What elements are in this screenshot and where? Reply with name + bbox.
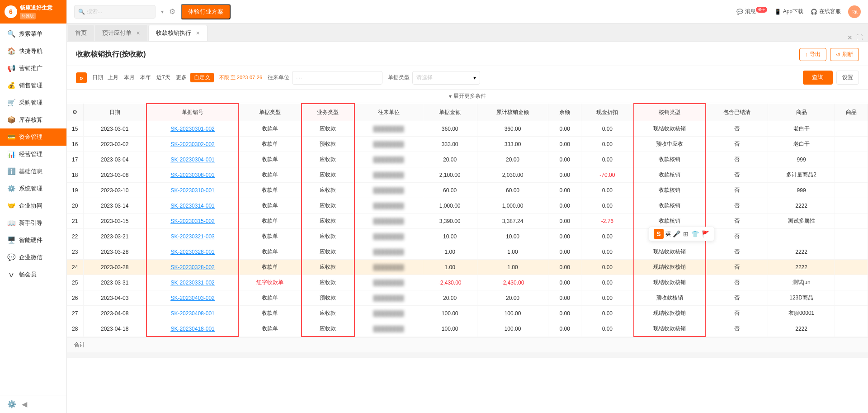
collapse-icon[interactable]: ◀ (22, 400, 27, 408)
sidebar-item-vip[interactable]: V 畅会员 (0, 266, 66, 283)
cell-r12-c9: 0.00 (581, 306, 634, 321)
sidebar-item-corp[interactable]: 🤝 企业协同 (0, 197, 66, 214)
filter-date-label: 日期 (92, 74, 103, 81)
cell-r5-c8: 0.00 (548, 198, 581, 214)
tab-collection[interactable]: 收款核销执行✕ (148, 25, 208, 41)
horizontal-scrollbar[interactable] (67, 352, 868, 358)
filter-7days[interactable]: 近7天 (155, 73, 172, 82)
bill-link-4[interactable]: SK-20230310-001 (170, 187, 214, 194)
cell-r7-c2[interactable]: SK-20230321-003 (146, 229, 239, 244)
data-table-container: ⚙日期单据编号单据类型业务类型往来单位单据金额累计核销金额余额现金折扣核销类型包… (67, 103, 868, 413)
topbar-gear-icon[interactable]: ⚙ (169, 7, 175, 16)
cell-r11-c2[interactable]: SK-20230403-002 (146, 290, 239, 306)
cell-r1-c2[interactable]: SK-20230302-002 (146, 137, 239, 152)
bill-link-7[interactable]: SK-20230321-003 (170, 233, 214, 240)
refresh-button[interactable]: ↺ 刷新 (830, 48, 859, 61)
bill-link-8[interactable]: SK-20230328-001 (170, 249, 214, 255)
sidebar-item-wechat[interactable]: 💬 企业微信 (0, 249, 66, 266)
cell-r0-c5: ████████ (354, 121, 423, 137)
sidebar-item-hardware[interactable]: 🖥️ 智能硬件 (0, 232, 66, 249)
watermark-icons: 🎤 ⊞ 👕 🚩 (673, 230, 709, 237)
col-header-2: 单据编号 (146, 104, 239, 121)
bill-link-10[interactable]: SK-20230331-002 (170, 280, 214, 286)
sidebar-item-guide[interactable]: 📖 新手引导 (0, 214, 66, 232)
cell-r2-c10: 收款核销 (634, 152, 706, 167)
close-window-icon[interactable]: ✕ (847, 34, 853, 41)
bill-link-12[interactable]: SK-20230408-001 (170, 310, 214, 317)
cell-r4-c2[interactable]: SK-20230310-001 (146, 183, 239, 198)
bill-link-11[interactable]: SK-20230403-002 (170, 295, 214, 301)
filter-this-month[interactable]: 本月 (122, 73, 137, 82)
cell-r6-c2[interactable]: SK-20230315-002 (146, 214, 239, 229)
bill-link-9[interactable]: SK-20230328-002 (170, 264, 214, 271)
cell-r2-c2[interactable]: SK-20230304-001 (146, 152, 239, 167)
setting-button[interactable]: 设置 (836, 71, 859, 85)
settings-icon[interactable]: ⚙️ (7, 400, 16, 408)
cell-r10-c2[interactable]: SK-20230331-002 (146, 275, 239, 290)
tabs-controls: ✕ ⛶ (847, 34, 868, 41)
filter-counterpart-input[interactable]: ··· (292, 71, 382, 85)
cell-r13-c8: 0.00 (548, 321, 581, 337)
cell-r8-c2[interactable]: SK-20230328-001 (146, 244, 239, 260)
tab-home[interactable]: 首页 (68, 25, 94, 41)
bill-link-2[interactable]: SK-20230304-001 (170, 157, 214, 163)
support-action[interactable]: 🎧 在线客服 (811, 8, 841, 15)
cell-r12-c2[interactable]: SK-20230408-001 (146, 306, 239, 321)
bill-link-3[interactable]: SK-20230308-001 (170, 172, 214, 178)
sidebar-item-sales[interactable]: 💰 销售管理 (0, 77, 66, 94)
settings-col-icon[interactable]: ⚙ (72, 109, 77, 115)
sidebar-item-marketing[interactable]: 📢 营销推广 (0, 60, 66, 77)
user-avatar[interactable]: Rit (848, 5, 861, 18)
col-header-3: 单据类型 (239, 104, 301, 121)
maximize-icon[interactable]: ⛶ (856, 34, 863, 41)
sidebar-label-basic: 基础信息 (19, 167, 42, 176)
cell-r13-c13 (835, 321, 868, 337)
topbar-chevron-icon[interactable]: ▾ (161, 9, 164, 15)
solution-button[interactable]: 体验行业方案 (181, 4, 231, 19)
table-row: 182023-03-08SK-20230308-001收款单应收款███████… (67, 167, 868, 183)
cell-r6-c1: 2023-03-15 (83, 214, 146, 229)
sidebar-item-finance[interactable]: 💳 资金管理 (0, 128, 66, 146)
filter-more[interactable]: 更多 (174, 73, 189, 82)
cell-r9-c12: 2222 (768, 260, 835, 275)
sidebar-item-operation[interactable]: 📊 经营管理 (0, 146, 66, 163)
messages-action[interactable]: 💬 消息 99+ (736, 8, 767, 15)
bill-link-13[interactable]: SK-20230418-001 (170, 326, 214, 332)
tab-label-preorder: 预计应付单 (102, 29, 132, 37)
cell-r13-c4: 应收款 (302, 321, 354, 337)
sidebar-item-inventory[interactable]: 📦 库存核算 (0, 111, 66, 128)
app-download-action[interactable]: 📱 App下载 (774, 8, 803, 15)
topbar: 🔍 搜索... ▾ ⚙ 体验行业方案 💬 消息 99+ 📱 App下载 🎧 在线… (67, 0, 868, 24)
sidebar-item-quicknav[interactable]: 🏠 快捷导航 (0, 43, 66, 60)
filter-vouchertype-select[interactable]: 请选择 ▾ (412, 71, 480, 85)
cell-r7-c0: 22 (67, 229, 83, 244)
bill-link-0[interactable]: SK-20230301-002 (170, 126, 214, 132)
sidebar-item-system[interactable]: ⚙️ 系统管理 (0, 180, 66, 197)
tab-close-collection[interactable]: ✕ (196, 30, 200, 36)
bill-link-6[interactable]: SK-20230315-002 (170, 218, 214, 224)
filter-this-year[interactable]: 本年 (138, 73, 153, 82)
bill-link-1[interactable]: SK-20230302-002 (170, 141, 214, 147)
expand-more-bar[interactable]: ▾ 展开更多条件 (67, 90, 868, 103)
topbar-search[interactable]: 🔍 搜索... (74, 5, 156, 19)
tab-preorder[interactable]: 预计应付单✕ (95, 25, 147, 41)
sidebar-item-purchase[interactable]: 🛒 采购管理 (0, 94, 66, 111)
query-button[interactable]: 查询 (803, 71, 833, 85)
bill-link-5[interactable]: SK-20230314-001 (170, 203, 214, 209)
cell-r5-c2[interactable]: SK-20230314-001 (146, 198, 239, 214)
sidebar-item-search[interactable]: 🔍 搜索菜单 (0, 25, 66, 43)
cell-r3-c2[interactable]: SK-20230308-001 (146, 167, 239, 183)
cell-r0-c2[interactable]: SK-20230301-002 (146, 121, 239, 137)
filter-expand-button[interactable]: » (76, 72, 87, 83)
cell-r9-c2[interactable]: SK-20230328-002 (146, 260, 239, 275)
filter-custom[interactable]: 自定义 (190, 73, 214, 82)
sidebar-item-basic[interactable]: ℹ️ 基础信息 (0, 163, 66, 180)
sidebar-icon-purchase: 🛒 (7, 99, 15, 107)
cell-r5-c9: 0.00 (581, 198, 634, 214)
cell-r8-c0: 23 (67, 244, 83, 260)
tab-close-preorder[interactable]: ✕ (136, 30, 140, 36)
cell-r13-c2[interactable]: SK-20230418-001 (146, 321, 239, 337)
cell-r2-c8: 0.00 (548, 152, 581, 167)
export-button[interactable]: ↑ 导出 (799, 48, 826, 61)
filter-last-month[interactable]: 上月 (106, 73, 120, 82)
